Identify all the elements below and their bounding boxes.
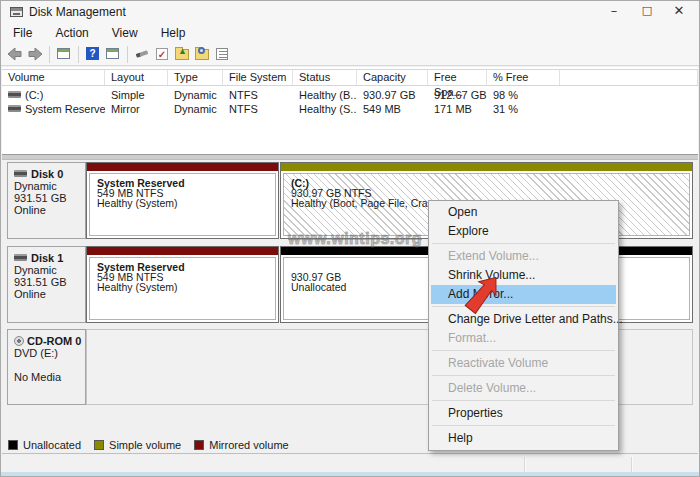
menu-item-change-drive-letter[interactable]: Change Drive Letter and Paths... — [429, 310, 618, 329]
partition-color-bar — [87, 247, 278, 255]
menu-separator — [432, 350, 615, 351]
menu-item-format: Format... — [429, 329, 618, 348]
cell-status: Healthy (S... — [293, 102, 357, 116]
partition-color-bar — [87, 163, 278, 171]
forward-icon[interactable] — [27, 46, 43, 62]
disk-size: 931.51 GB — [14, 192, 85, 204]
disk-state: Online — [14, 204, 85, 216]
partition-color-bar — [281, 163, 692, 171]
maximize-button[interactable]: □ — [632, 1, 662, 23]
cell-pct-free: 31 % — [487, 102, 560, 116]
disc-icon — [14, 336, 24, 346]
wand-icon[interactable] — [134, 46, 150, 62]
app-icon — [10, 7, 23, 17]
toolbar: ? ✓ ▲ — [1, 43, 699, 66]
menu-separator — [432, 375, 615, 376]
cell-pct-free: 98 % — [487, 88, 560, 102]
cell-free-space: 171 MB — [428, 102, 487, 116]
disk0-partition-system-reserved[interactable]: System Reserved 549 MB NTFS Healthy (Sys… — [86, 162, 279, 239]
folder-up-icon[interactable]: ▲ — [174, 46, 190, 62]
legend-swatch — [194, 440, 204, 450]
console-window-icon[interactable] — [56, 46, 72, 62]
disk-management-window: Disk Management – □ ✕ File Action View H… — [0, 0, 700, 477]
column-layout[interactable]: Layout — [105, 70, 168, 85]
column-volume[interactable]: Volume — [2, 70, 105, 85]
cell-file-system: NTFS — [223, 102, 293, 116]
toolbar-separator — [78, 46, 79, 63]
watermark: www.wintips.org — [288, 230, 422, 248]
column-free-space[interactable]: Free Spa... — [428, 70, 487, 85]
legend-label: Simple volume — [109, 439, 181, 451]
column-capacity[interactable]: Capacity — [357, 70, 428, 85]
legend-swatch — [94, 440, 104, 450]
menu-item-reactivate-volume: Reactivate Volume — [429, 354, 618, 373]
disk-icon — [14, 254, 27, 261]
volume-icon — [8, 91, 21, 98]
menu-item-properties[interactable]: Properties — [429, 404, 618, 423]
disk-size: 931.51 GB — [14, 276, 85, 288]
partition-status: Healthy (System) — [97, 282, 275, 292]
column-filler — [560, 70, 698, 85]
disk0-header[interactable]: Disk 0 Dynamic 931.51 GB Online — [7, 162, 86, 239]
menu-item-explore[interactable]: Explore — [429, 222, 618, 241]
cell-type: Dynamic — [168, 102, 223, 116]
cell-type: Dynamic — [168, 88, 223, 102]
statusbar-divider — [524, 457, 525, 472]
legend-unallocated: Unallocated — [8, 439, 81, 451]
volume-icon — [8, 105, 21, 112]
disk-kind: Dynamic — [14, 180, 85, 192]
action-pane-icon[interactable] — [105, 46, 121, 62]
partition-status: Healthy (System) — [97, 198, 275, 208]
cell-layout: Mirror — [105, 102, 168, 116]
cdrom-drive: DVD (E:) — [14, 347, 85, 359]
close-button[interactable]: ✕ — [664, 1, 694, 23]
back-icon[interactable] — [7, 46, 23, 62]
legend-mirrored-volume: Mirrored volume — [194, 439, 288, 451]
column-pct-free[interactable]: % Free — [487, 70, 560, 85]
cell-status: Healthy (B... — [293, 88, 357, 102]
volume-list: Volume Layout Type File System Status Ca… — [2, 67, 698, 154]
menu-item-help[interactable]: Help — [429, 429, 618, 448]
legend-simple-volume: Simple volume — [94, 439, 181, 451]
menu-help[interactable]: Help — [151, 23, 196, 43]
window-title: Disk Management — [29, 1, 126, 23]
properties-icon[interactable] — [214, 46, 230, 62]
menu-file[interactable]: File — [3, 23, 42, 43]
toolbar-separator — [127, 46, 128, 63]
table-row[interactable]: System Reserved (... Mirror Dynamic NTFS… — [2, 102, 698, 116]
minimize-button[interactable]: – — [599, 1, 629, 23]
toolbar-separator — [49, 46, 50, 63]
menu-separator — [432, 400, 615, 401]
menu-bar: File Action View Help — [1, 23, 699, 43]
check-dialog-icon[interactable]: ✓ — [154, 46, 170, 62]
disk-name: Disk 0 — [31, 168, 63, 180]
column-status[interactable]: Status — [293, 70, 357, 85]
cell-layout: Simple — [105, 88, 168, 102]
cell-capacity: 549 MB — [357, 102, 428, 116]
table-row[interactable]: (C:) Simple Dynamic NTFS Healthy (B... 9… — [2, 88, 698, 102]
menu-item-open[interactable]: Open — [429, 203, 618, 222]
cdrom-header[interactable]: CD-ROM 0 DVD (E:) No Media — [7, 329, 86, 405]
disk-name: Disk 1 — [31, 252, 63, 264]
cell-free-space: 912.67 GB — [428, 88, 487, 102]
help-icon[interactable]: ? — [85, 46, 101, 62]
menu-action[interactable]: Action — [45, 23, 98, 43]
menu-view[interactable]: View — [102, 23, 148, 43]
legend-label: Unallocated — [23, 439, 81, 451]
disk1-header[interactable]: Disk 1 Dynamic 931.51 GB Online — [7, 246, 86, 323]
volume-name: System Reserved (... — [25, 103, 105, 115]
column-type[interactable]: Type — [168, 70, 223, 85]
menu-item-shrink-volume[interactable]: Shrink Volume... — [429, 266, 618, 285]
volume-list-header: Volume Layout Type File System Status Ca… — [2, 69, 698, 86]
menu-item-delete-volume: Delete Volume... — [429, 379, 618, 398]
cell-capacity: 930.97 GB — [357, 88, 428, 102]
volume-name: (C:) — [25, 89, 43, 101]
legend-swatch — [8, 440, 18, 450]
folder-search-icon[interactable] — [194, 46, 210, 62]
bottom-edge — [1, 472, 699, 476]
menu-separator — [432, 425, 615, 426]
menu-item-extend-volume: Extend Volume... — [429, 247, 618, 266]
menu-separator — [432, 306, 615, 307]
column-file-system[interactable]: File System — [223, 70, 293, 85]
disk1-partition-system-reserved[interactable]: System Reserved 549 MB NTFS Healthy (Sys… — [86, 246, 279, 323]
